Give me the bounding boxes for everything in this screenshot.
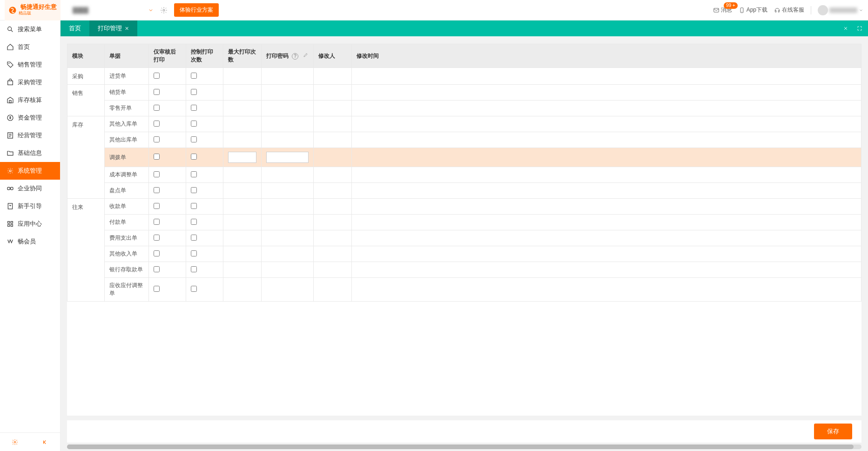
sidebar-item-0[interactable]: 搜索菜单 — [0, 20, 60, 38]
table-row[interactable]: 采购进货单 — [67, 68, 861, 85]
password-cell — [262, 262, 314, 278]
only-approved-checkbox[interactable] — [154, 171, 160, 177]
sidebar-item-3[interactable]: 采购管理 — [0, 74, 60, 91]
control-count-checkbox[interactable] — [191, 235, 197, 241]
svg-rect-16 — [11, 222, 13, 223]
sidebar-item-5[interactable]: 资金管理 — [0, 109, 60, 127]
sidebar-item-2[interactable]: 销售管理 — [0, 56, 60, 74]
modifier-cell — [314, 246, 352, 262]
only-approved-cell — [149, 68, 186, 85]
settings-gear-icon[interactable] — [160, 7, 168, 14]
svg-point-4 — [741, 11, 742, 12]
only-approved-checkbox[interactable] — [154, 266, 160, 272]
sidebar-item-9[interactable]: 企业协同 — [0, 180, 60, 197]
control-count-checkbox[interactable] — [191, 171, 197, 177]
sidebar-item-11[interactable]: 应用中心 — [0, 215, 60, 233]
tab-close-icon[interactable]: ✕ — [125, 26, 129, 32]
modify-time-cell — [352, 230, 861, 246]
sidebar-item-7[interactable]: 基础信息 — [0, 144, 60, 162]
table-row[interactable]: 其他收入单 — [67, 246, 861, 262]
collapse-sidebar-icon[interactable] — [42, 439, 48, 445]
modify-time-cell — [352, 199, 861, 215]
control-count-checkbox[interactable] — [191, 105, 197, 111]
only-approved-checkbox[interactable] — [154, 73, 160, 79]
sidebar-item-4[interactable]: 库存核算 — [0, 91, 60, 109]
sidebar-item-10[interactable]: 新手引导 — [0, 197, 60, 215]
only-approved-checkbox[interactable] — [154, 219, 160, 225]
table-row[interactable]: 成本调整单 — [67, 167, 861, 183]
sidebar-item-6[interactable]: 经营管理 — [0, 127, 60, 144]
table-row[interactable]: 往来收款单 — [67, 199, 861, 215]
footer-gear-icon[interactable] — [12, 439, 18, 445]
tabs-close-all-icon[interactable] — [841, 24, 850, 33]
password-input[interactable] — [266, 152, 309, 163]
save-button[interactable]: 保存 — [814, 424, 852, 439]
max-count-cell — [223, 101, 262, 116]
sidebar-item-8[interactable]: 系统管理 — [0, 162, 60, 180]
control-count-checkbox[interactable] — [191, 219, 197, 225]
tab-print-management[interactable]: 打印管理 ✕ — [89, 20, 137, 36]
only-approved-checkbox[interactable] — [154, 203, 160, 209]
table-row[interactable]: 盘点单 — [67, 183, 861, 199]
control-count-checkbox[interactable] — [191, 121, 197, 127]
sidebar-item-1[interactable]: 首页 — [0, 38, 60, 56]
org-selector[interactable]: ████ — [69, 4, 157, 17]
only-approved-checkbox[interactable] — [154, 250, 160, 256]
trial-industry-button[interactable]: 体验行业方案 — [174, 3, 219, 17]
svg-rect-18 — [11, 224, 13, 226]
folder-icon — [7, 149, 14, 157]
table-row[interactable]: 费用支出单 — [67, 230, 861, 246]
tab-home[interactable]: 首页 — [61, 20, 89, 36]
only-approved-checkbox[interactable] — [154, 286, 160, 292]
table-row[interactable]: 应收应付调整单 — [67, 278, 861, 302]
control-count-checkbox[interactable] — [191, 203, 197, 209]
module-cell: 往来 — [67, 199, 105, 302]
vip-icon — [7, 238, 14, 245]
control-count-checkbox[interactable] — [191, 154, 197, 160]
control-count-cell — [186, 215, 223, 230]
control-count-cell — [186, 278, 223, 302]
svg-rect-2 — [713, 8, 719, 12]
only-approved-checkbox[interactable] — [154, 235, 160, 241]
table-row[interactable]: 调拨单 — [67, 148, 861, 167]
control-count-checkbox[interactable] — [191, 73, 197, 79]
control-count-checkbox[interactable] — [191, 250, 197, 256]
table-row[interactable]: 其他出库单 — [67, 132, 861, 148]
max-count-input[interactable] — [228, 152, 256, 163]
table-row[interactable]: 库存其他入库单 — [67, 116, 861, 132]
only-approved-checkbox[interactable] — [154, 105, 160, 111]
guide-icon — [7, 202, 14, 210]
messages-link[interactable]: 消息 99 + — [713, 6, 732, 14]
only-approved-checkbox[interactable] — [154, 187, 160, 193]
only-approved-checkbox[interactable] — [154, 121, 160, 127]
only-approved-checkbox[interactable] — [154, 89, 160, 95]
modify-time-cell — [352, 68, 861, 85]
fullscreen-icon[interactable] — [855, 24, 864, 33]
max-count-cell — [223, 246, 262, 262]
user-profile[interactable] — [818, 5, 863, 15]
edit-column-icon[interactable] — [303, 52, 309, 58]
horizontal-scrollbar[interactable] — [67, 444, 861, 449]
sidebar-item-12[interactable]: 畅会员 — [0, 233, 60, 250]
footer-bar: 保存 — [67, 420, 861, 443]
table-row[interactable]: 零售开单 — [67, 101, 861, 116]
control-count-checkbox[interactable] — [191, 187, 197, 193]
control-count-checkbox[interactable] — [191, 286, 197, 292]
table-row[interactable]: 销售销货单 — [67, 85, 861, 101]
sidebar-item-label: 搜索菜单 — [18, 25, 42, 34]
svg-rect-17 — [8, 224, 10, 226]
control-count-checkbox[interactable] — [191, 136, 197, 142]
app-download-link[interactable]: App下载 — [739, 6, 767, 14]
control-count-checkbox[interactable] — [191, 266, 197, 272]
only-approved-checkbox[interactable] — [154, 136, 160, 142]
control-count-checkbox[interactable] — [191, 89, 197, 95]
help-icon[interactable]: ? — [292, 53, 298, 60]
online-service-link[interactable]: 在线客服 — [774, 6, 804, 14]
scrollbar-thumb[interactable] — [67, 444, 854, 449]
chevron-down-icon — [148, 7, 154, 13]
control-count-cell — [186, 262, 223, 278]
table-row[interactable]: 银行存取款单 — [67, 262, 861, 278]
home-icon — [7, 43, 14, 51]
only-approved-checkbox[interactable] — [154, 154, 160, 160]
table-row[interactable]: 付款单 — [67, 215, 861, 230]
